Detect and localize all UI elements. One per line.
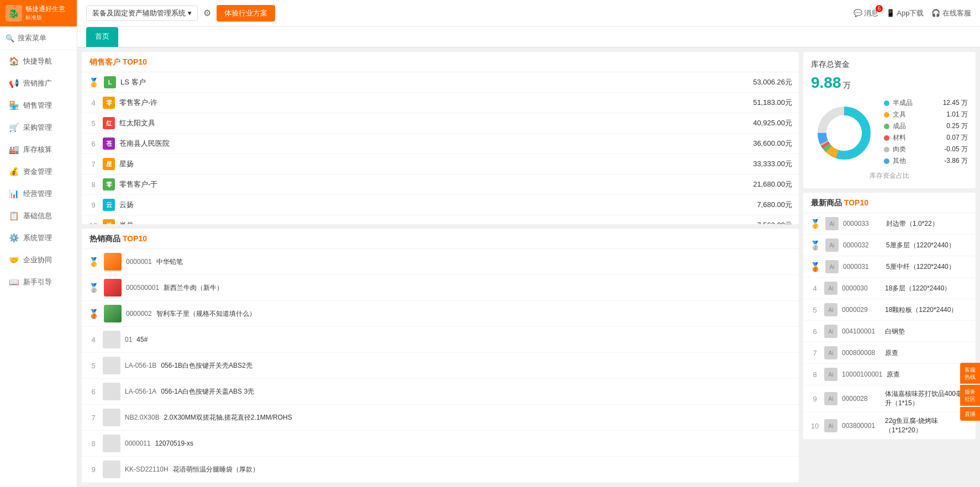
product-code: 0000028 — [842, 395, 881, 403]
rank-amount: 36,600.00元 — [753, 139, 792, 149]
sidebar-item-operations[interactable]: 📊 经营管理 — [0, 183, 77, 205]
sidebar-item-marketing[interactable]: 📢 营销推广 — [0, 72, 77, 94]
inventory-amount: 9.88 万 — [811, 74, 968, 92]
finance-icon: 💰 — [9, 167, 19, 177]
list-item: 8 Ai 10000100001 原查 — [803, 364, 976, 385]
live-stream-button[interactable]: 直播 — [960, 407, 980, 421]
hot-row: 8 0000011 12070519-xs — [82, 431, 799, 457]
inventory-panel: 库存总资金 9.88 万 — [803, 52, 976, 188]
sidebar-item-inventory[interactable]: 🏭 库存核算 — [0, 139, 77, 161]
product-code: KK-SD22110H — [125, 465, 168, 473]
sidebar-item-finance[interactable]: 💰 资金管理 — [0, 161, 77, 183]
rank-badge: 云 — [103, 199, 115, 211]
sidebar-item-sales[interactable]: 🏪 销售管理 — [0, 94, 77, 117]
rank-badge: 肖 — [103, 219, 115, 224]
latest-products-header: 最新商品 TOP10 — [803, 193, 976, 213]
tab-home[interactable]: 首页 — [86, 27, 118, 47]
sidebar-item-enterprise[interactable]: 🤝 企业协同 — [0, 249, 77, 271]
rank-number: 5 — [88, 362, 98, 370]
settings-icon[interactable]: ⚙ — [203, 8, 211, 18]
rank-amount: 21,680.00元 — [753, 179, 792, 189]
product-name: 原查 — [885, 348, 969, 358]
customer-service-button[interactable]: 客服热线 — [960, 363, 980, 384]
legend-dot — [884, 100, 889, 106]
list-item: 4 Ai 0000030 18多层（1220*2440） — [803, 278, 976, 299]
table-row: 🥇 L LS 客户 53,006.26元 — [82, 72, 799, 93]
medal-icon: 🥈 — [810, 240, 821, 251]
product-code: 01 — [125, 336, 132, 343]
trial-button[interactable]: 体验行业方案 — [217, 5, 275, 22]
rank-number: 5 — [88, 119, 98, 128]
table-row: 7 星 星扬 33,333.00元 — [82, 154, 799, 174]
rank-number: 9 — [88, 201, 98, 209]
donut-container: 半成品 12.45 万 文具 1.01 万 成品 0.25 万 — [811, 98, 968, 168]
rank-amount: 7,680.00元 — [757, 200, 792, 210]
table-row: 4 零 零售客户-许 51,183.00元 — [82, 93, 799, 113]
system-selector[interactable]: 装备及固定资产辅助管理系统 ▾ — [86, 6, 198, 21]
table-row: 9 云 云扬 7,680.00元 — [82, 195, 799, 215]
notification-button[interactable]: 💬 消息 6 — [853, 8, 879, 18]
hot-products-panel: 热销商品 TOP10 🥇 0000001 中华铅笔 🥈 000500001 新西… — [82, 229, 799, 483]
sidebar-item-system[interactable]: ⚙️ 系统管理 — [0, 227, 77, 249]
sidebar-item-purchase[interactable]: 🛒 采购管理 — [0, 117, 77, 139]
legend-dot — [884, 147, 889, 152]
donut-chart — [811, 100, 877, 166]
sidebar-item-label: 系统管理 — [23, 233, 52, 243]
product-name: 45# — [136, 336, 147, 343]
sidebar-item-basics[interactable]: 📋 基础信息 — [0, 205, 77, 227]
product-image — [104, 253, 122, 271]
product-image: Ai — [824, 368, 837, 381]
search-icon: 🔍 — [6, 34, 14, 43]
sidebar-item-label: 企业协同 — [23, 255, 52, 265]
inventory-icon: 🏭 — [9, 145, 19, 155]
sales-ranking-header: 销售客户 TOP10 — [82, 52, 799, 72]
purchase-icon: 🛒 — [9, 123, 19, 133]
product-image — [103, 357, 120, 374]
rank-badge: 零 — [103, 97, 115, 109]
rank-number: 8 — [810, 370, 820, 379]
medal-icon: 🥇 — [810, 219, 821, 229]
sidebar-item-label: 基础信息 — [23, 211, 52, 221]
product-image — [103, 331, 120, 348]
product-code: 000500001 — [126, 284, 159, 292]
latest-products-panel: 最新商品 TOP10 🥇 Ai 0000033 封边带（1.0*22） 🥈 Ai… — [803, 193, 976, 440]
medal-icon: 🥇 — [88, 257, 99, 267]
sales-ranking-panel: 销售客户 TOP10 🥇 L LS 客户 53,006.26元 4 零 零售客户… — [82, 52, 799, 224]
sidebar-item-label: 采购管理 — [23, 123, 52, 133]
table-row: 5 红 红太阳文具 40,925.00元 — [82, 113, 799, 134]
product-code: 000800008 — [842, 349, 881, 357]
app-download-button[interactable]: 📱 App下载 — [886, 8, 924, 18]
hot-row: 4 01 45# — [82, 327, 799, 353]
svg-point-7 — [826, 115, 862, 151]
product-code: 0000033 — [843, 220, 882, 227]
product-code: NB2.0X30B — [125, 414, 160, 421]
sidebar-item-quick-nav[interactable]: 🏠 快捷导航 — [0, 50, 77, 72]
legend-dot — [884, 112, 889, 118]
hot-products-header: 热销商品 TOP10 — [82, 229, 799, 249]
logo-name: 畅捷通好生意 — [25, 5, 65, 14]
medal-icon: 🥉 — [88, 309, 99, 319]
online-service-button[interactable]: 🎧 在线客服 — [931, 8, 971, 18]
service-community-button[interactable]: 服务社区 — [960, 385, 980, 406]
legend-item: 文具 1.01 万 — [884, 110, 968, 119]
rank-amount: 53,006.26元 — [753, 77, 792, 87]
legend-item: 半成品 12.45 万 — [884, 98, 968, 108]
product-code: 004100001 — [842, 327, 881, 335]
sidebar-item-guide[interactable]: 📖 新手引导 — [0, 271, 77, 293]
enterprise-icon: 🤝 — [9, 255, 19, 265]
search-menu-button[interactable]: 🔍 搜索菜单 — [6, 31, 71, 45]
list-item: 🥇 Ai 0000033 封边带（1.0*22） — [803, 213, 976, 235]
sidebar-item-label: 库存核算 — [23, 145, 52, 155]
product-name: 中华铅笔 — [156, 257, 183, 267]
rank-name: LS 客户 — [120, 77, 749, 87]
product-image — [103, 409, 120, 426]
middle-section: 销售客户 TOP10 🥇 L LS 客户 53,006.26元 4 零 零售客户… — [77, 47, 803, 487]
rank-number: 6 — [810, 327, 820, 336]
notification-badge: 6 — [876, 5, 883, 12]
hot-row: 🥇 0000001 中华铅笔 — [82, 249, 799, 275]
service-icon: 🎧 — [931, 9, 940, 17]
legend-item: 成品 0.25 万 — [884, 121, 968, 131]
logo-icon: 🐉 — [6, 5, 22, 22]
product-image: Ai — [825, 239, 839, 252]
rank-amount: 33,333.00元 — [753, 159, 792, 169]
